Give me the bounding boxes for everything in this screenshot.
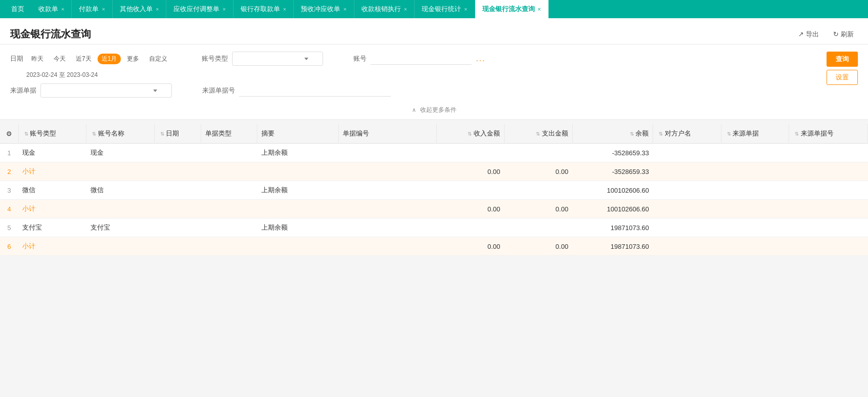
export-button[interactable]: ↗ 导出 [794,28,823,41]
cell-account-type: 微信 [18,181,86,200]
nav-tab-4[interactable]: 银行存取款单 × [234,0,294,18]
nav-tab-6[interactable]: 收款核销执行 × [354,0,415,18]
col-account-type[interactable]: ⇅ 账号类型 [18,124,86,144]
cell-income: 0.00 [436,237,505,256]
cell-doc-no [339,181,436,200]
nav-tab-8[interactable]: 现金银行流水查询 × [475,0,549,18]
col-balance[interactable]: ⇅ 余额 [572,124,653,144]
filter-area: 日期 昨天 今天 近7天 近1月 更多 自定义 账号类型 [0,45,868,120]
action-buttons: 查询 设置 [827,52,858,85]
cell-counterparty [653,237,721,256]
cell-date [154,200,201,218]
cell-balance: -3528659.33 [572,162,653,181]
cell-balance: 19871073.60 [572,218,653,237]
col-account-name[interactable]: ⇅ 账号名称 [86,124,155,144]
cell-account-name [86,237,155,256]
sort-icon: ⇅ [630,131,634,137]
cell-source-doc-no [789,144,868,162]
col-expense[interactable]: ⇅ 支出金额 [505,124,573,144]
date-btn-7days[interactable]: 近7天 [72,54,96,64]
settings-button[interactable]: 设置 [827,70,858,85]
col-doc-type[interactable]: 单据类型 [201,124,257,144]
col-income[interactable]: ⇅ 收入金额 [436,124,505,144]
close-icon[interactable]: × [156,6,159,12]
cell-income: 0.00 [436,200,505,218]
cell-source-doc-no [789,200,868,218]
col-gear[interactable]: ⚙ [0,124,18,144]
date-btn-yesterday[interactable]: 昨天 [27,54,48,64]
cell-expense: 0.00 [505,237,573,256]
cell-doc-no [339,200,436,218]
cell-account-name [86,200,155,218]
cell-date [154,162,201,181]
close-icon[interactable]: × [464,6,467,12]
cell-date [154,218,201,237]
cell-expense: 0.00 [505,162,573,181]
source-doc-select[interactable] [40,83,172,98]
nav-home[interactable]: 首页 [4,0,31,18]
source-doc-no-input[interactable] [239,84,391,97]
export-icon: ↗ [798,30,804,38]
cell-date [154,237,201,256]
cell-expense [505,144,573,162]
query-button[interactable]: 查询 [827,52,858,67]
col-summary[interactable]: 摘要 [257,124,339,144]
table-area: ⚙ ⇅ 账号类型 ⇅ 账号名称 ⇅ 日期 单据类型 摘要 单据编号 ⇅ [0,124,868,256]
cell-account-type: 支付宝 [18,218,86,237]
account-input[interactable] [371,53,472,65]
chevron-down-icon [153,90,157,92]
account-label: 账号 [353,54,367,63]
refresh-icon: ↻ [833,30,839,38]
cell-doc-no [339,218,436,237]
date-btn-more[interactable]: 更多 [123,54,143,64]
nav-tab-3[interactable]: 应收应付调整单 × [166,0,233,18]
close-icon[interactable]: × [102,6,105,12]
nav-tab-0[interactable]: 收款单 × [31,0,72,18]
col-doc-no[interactable]: 单据编号 [339,124,436,144]
cell-account-name: 微信 [86,181,155,200]
col-source-doc-no[interactable]: ⇅ 来源单据号 [789,124,868,144]
close-icon[interactable]: × [343,6,346,12]
cell-source-doc-no [789,218,868,237]
table-row: 2 小计 0.00 0.00 -3528659.33 [0,162,868,181]
row-number: 2 [0,162,18,181]
close-icon[interactable]: × [61,6,64,12]
collapse-bar[interactable]: ∧ 收起更多条件 [10,106,858,114]
account-type-select[interactable] [232,52,323,66]
close-icon[interactable]: × [538,6,541,12]
col-date[interactable]: ⇅ 日期 [154,124,201,144]
row-number: 3 [0,181,18,200]
close-icon[interactable]: × [283,6,286,12]
nav-tab-2[interactable]: 其他收入单 × [113,0,166,18]
cell-source-doc [721,237,789,256]
table-row: 1 现金 现金 上期余额 -3528659.33 [0,144,868,162]
date-btn-1month[interactable]: 近1月 [98,54,121,64]
account-type-label: 账号类型 [202,54,228,63]
cell-income [436,144,505,162]
date-btn-today[interactable]: 今天 [50,54,70,64]
cell-summary: 上期余额 [257,218,339,237]
nav-tab-5[interactable]: 预收冲应收单 × [294,0,354,18]
date-btn-custom[interactable]: 自定义 [145,54,171,64]
col-source-doc[interactable]: ⇅ 来源单据 [721,124,789,144]
close-icon[interactable]: × [222,6,225,12]
col-counterparty[interactable]: ⇅ 对方户名 [653,124,721,144]
sort-icon: ⇅ [468,131,472,137]
account-dots[interactable]: ... [476,54,485,63]
up-chevron-icon: ∧ [412,107,416,113]
cell-summary: 上期余额 [257,144,339,162]
sort-icon: ⇅ [727,131,731,137]
nav-tab-1[interactable]: 付款单 × [72,0,112,18]
cell-date [154,144,201,162]
cell-source-doc-no [789,237,868,256]
table-header-row: ⚙ ⇅ 账号类型 ⇅ 账号名称 ⇅ 日期 单据类型 摘要 单据编号 ⇅ [0,124,868,144]
cell-account-type: 现金 [18,144,86,162]
close-icon[interactable]: × [404,6,407,12]
sort-icon: ⇅ [536,131,540,137]
refresh-button[interactable]: ↻ 刷新 [829,28,858,41]
cell-summary [257,237,339,256]
row-number: 1 [0,144,18,162]
row-number: 4 [0,200,18,218]
nav-tab-7[interactable]: 现金银行统计 × [415,0,475,18]
cell-doc-no [339,144,436,162]
